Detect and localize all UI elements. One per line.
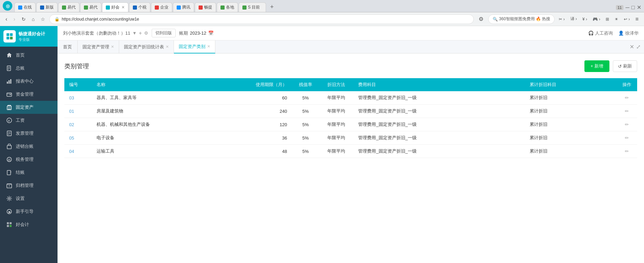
service-btn[interactable]: 🎧 人工咨询 bbox=[588, 30, 613, 36]
forward-btn[interactable]: › bbox=[11, 15, 17, 24]
new-tab-btn[interactable]: + bbox=[268, 3, 276, 11]
sidebar-item-invoice[interactable]: 发票管理 bbox=[0, 127, 58, 140]
sidebar-item-funds[interactable]: 资金管理 bbox=[0, 88, 58, 101]
switch-version-btn[interactable]: 切到旧版 bbox=[152, 29, 176, 37]
brightness-btn[interactable]: ☀ bbox=[613, 16, 620, 22]
wallet-btn[interactable]: ¥ › bbox=[580, 16, 589, 22]
tab-close-icon[interactable]: ✕ bbox=[122, 5, 125, 10]
dropdown-icon[interactable]: ▼ bbox=[132, 31, 137, 36]
edit-btn[interactable]: ✏ bbox=[625, 108, 629, 114]
browser-tab[interactable]: 腾讯 bbox=[173, 2, 194, 12]
browser-tab-active[interactable]: 好会 ✕ bbox=[102, 2, 128, 12]
sidebar-item-settings[interactable]: 设置 bbox=[0, 192, 58, 205]
cell-period: 36 bbox=[251, 131, 292, 145]
maximize-btn[interactable]: □ bbox=[631, 4, 635, 11]
sidebar-item-guide[interactable]: ▶ 新手引导 bbox=[0, 205, 58, 218]
browser-tab[interactable]: 易代 bbox=[58, 2, 79, 12]
sidebar-label-closing: 结账 bbox=[16, 169, 25, 176]
sidebar-item-more[interactable]: 好会计 bbox=[0, 218, 58, 231]
browser-tab[interactable]: 各地 bbox=[217, 2, 238, 12]
minimize-btn[interactable]: ─ bbox=[626, 4, 629, 11]
cell-code[interactable]: 03 bbox=[64, 91, 92, 105]
ledger-icon bbox=[6, 65, 12, 71]
window-close-btn[interactable]: ✕ bbox=[630, 44, 634, 50]
grid-btn[interactable]: ⊞ bbox=[604, 16, 611, 22]
header-right: 🎧 人工咨询 👤 徐泽华 bbox=[588, 30, 639, 36]
tab-label: 在线 bbox=[24, 4, 32, 10]
col-header-expense: 费用科目 bbox=[353, 78, 525, 91]
col-header-name: 名称 bbox=[92, 78, 251, 91]
sidebar-item-closing[interactable]: 结账 bbox=[0, 166, 58, 179]
asset-category-tab-label: 固定资产类别 bbox=[179, 44, 205, 50]
add-btn[interactable]: + 新增 bbox=[584, 60, 609, 72]
refresh-btn[interactable]: ↺ 刷新 bbox=[613, 60, 637, 72]
tax-icon: 税 bbox=[6, 156, 12, 163]
tab-close-icon[interactable]: ✕ bbox=[111, 45, 114, 49]
cut-btn[interactable]: ✂ › bbox=[557, 16, 567, 22]
period-area: 账期 2023-12 📅 bbox=[179, 30, 214, 36]
svg-rect-36 bbox=[7, 222, 9, 224]
tab-close-icon[interactable]: ✕ bbox=[166, 45, 169, 49]
home-btn[interactable]: ⌂ bbox=[30, 15, 37, 23]
edit-btn[interactable]: ✏ bbox=[625, 135, 629, 141]
tab-label: S 目前 bbox=[248, 4, 260, 10]
browser-tab[interactable]: 新版 bbox=[36, 2, 58, 12]
edit-btn[interactable]: ✏ bbox=[625, 95, 629, 100]
reload-btn[interactable]: ↻ bbox=[20, 15, 28, 23]
browser-tab[interactable]: S 目前 bbox=[239, 2, 266, 12]
tab-label: 易代 bbox=[67, 4, 76, 10]
browser-menu-btn[interactable]: ⚙ bbox=[476, 14, 486, 24]
sidebar-item-ledger[interactable]: 总账 bbox=[0, 62, 58, 75]
page-tab-asset-category[interactable]: 固定资产类别 ✕ bbox=[174, 40, 215, 53]
account-area[interactable]: 👤 徐泽华 bbox=[618, 30, 639, 36]
address-bar[interactable]: 🔒 https://cloud.chanjet.com/accounting/u… bbox=[49, 14, 473, 24]
window-expand-btn[interactable]: ⤢ bbox=[636, 44, 641, 50]
svg-rect-27 bbox=[7, 170, 11, 175]
tab-close-icon[interactable]: ✕ bbox=[207, 44, 210, 49]
cell-accum: 累计折旧 bbox=[525, 145, 617, 158]
cell-code[interactable]: 04 bbox=[64, 145, 92, 158]
table-row: 01 房屋及建筑物 240 5% 年限平均 管理费用_固定资产折旧_一级 累计折… bbox=[64, 105, 637, 118]
page-tab-home[interactable]: 首页 bbox=[58, 40, 78, 53]
edit-btn[interactable]: ✏ bbox=[625, 122, 629, 127]
undo-btn[interactable]: ↩ › bbox=[622, 16, 632, 22]
menu-dots-btn[interactable]: ≡ bbox=[633, 15, 641, 23]
sidebar-item-payroll[interactable]: ¥ 工资 bbox=[0, 114, 58, 127]
sidebar-item-fixed-assets[interactable]: 固定资产 bbox=[0, 101, 58, 114]
svg-rect-0 bbox=[7, 33, 9, 36]
brand-icon bbox=[3, 30, 16, 43]
close-btn[interactable]: ✕ bbox=[637, 4, 641, 11]
sidebar-item-reports[interactable]: 报表中心 bbox=[0, 75, 58, 88]
sidebar-label-payroll: 工资 bbox=[16, 117, 25, 123]
calendar-icon[interactable]: 📅 bbox=[208, 31, 214, 36]
browser-tab[interactable]: 个税 bbox=[129, 2, 150, 12]
game-btn[interactable]: 🎮 › bbox=[591, 16, 602, 22]
plus-icon[interactable]: + bbox=[139, 30, 142, 36]
sidebar-item-archive[interactable]: 归档管理 bbox=[0, 179, 58, 192]
browser-tab[interactable]: 畅提 bbox=[195, 2, 216, 12]
search-box[interactable]: 🔍 360智能抠图免费用 🔥 热搜 bbox=[488, 14, 555, 24]
cell-code[interactable]: 05 bbox=[64, 131, 92, 145]
browser-tab[interactable]: 企业 bbox=[151, 2, 172, 12]
cell-code[interactable]: 01 bbox=[64, 105, 92, 118]
back-btn[interactable]: ‹ bbox=[3, 15, 9, 24]
sidebar-item-inventory[interactable]: 进销台账 bbox=[0, 140, 58, 153]
edit-btn[interactable]: ✏ bbox=[625, 148, 629, 154]
sidebar-label-reports: 报表中心 bbox=[16, 78, 34, 84]
page-tab-depreciation[interactable]: 固定资产折旧统计表 ✕ bbox=[119, 40, 174, 53]
browser-tab[interactable]: 在线 bbox=[14, 2, 36, 12]
translate-btn[interactable]: 译 › bbox=[568, 15, 579, 23]
sidebar-item-tax[interactable]: 税 税务管理 bbox=[0, 153, 58, 166]
cell-code[interactable]: 02 bbox=[64, 118, 92, 131]
sidebar-item-home[interactable]: 首页 bbox=[0, 49, 58, 62]
settings-icon[interactable]: ⚙ bbox=[144, 31, 148, 36]
account-name: 徐泽华 bbox=[625, 30, 639, 36]
svg-text:税: 税 bbox=[8, 158, 11, 162]
page-title: 类别管理 bbox=[64, 62, 89, 70]
page-tab-fixed-asset-mgmt[interactable]: 固定资产管理 ✕ bbox=[78, 40, 119, 53]
bookmark-btn[interactable]: ☆ bbox=[39, 15, 47, 23]
svg-rect-24 bbox=[7, 145, 11, 149]
tab-count-badge: 11 bbox=[616, 5, 623, 10]
browser-tab[interactable]: 易代 bbox=[80, 2, 101, 12]
browser-favicon: ◎ bbox=[3, 1, 12, 11]
